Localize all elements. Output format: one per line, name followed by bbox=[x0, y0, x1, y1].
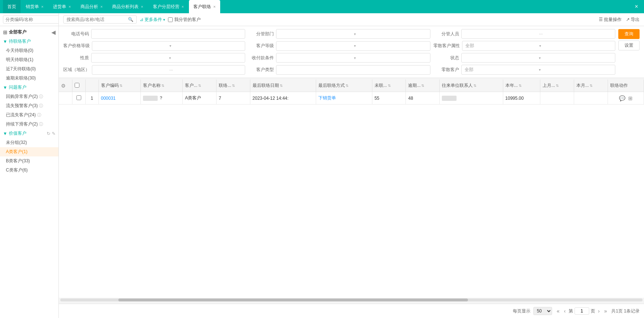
value-customers-label: 价值客户 bbox=[9, 130, 26, 137]
sidebar-item-churned[interactable]: 已流失客户(24) ⓘ bbox=[0, 110, 58, 120]
close-sales[interactable]: × bbox=[41, 4, 43, 9]
row-this-year: 10995.00 bbox=[503, 92, 540, 105]
status-input[interactable]: ▾ bbox=[461, 53, 615, 63]
my-customers-checkbox[interactable]: 我分管的客户 bbox=[168, 17, 201, 23]
customer-level-input[interactable]: ▾ bbox=[276, 41, 430, 51]
sidebar-item-today-contact[interactable]: 今天待联络(0) bbox=[0, 46, 58, 55]
col-settings[interactable]: ⚙ bbox=[59, 80, 72, 92]
row-select-checkbox[interactable] bbox=[76, 95, 81, 100]
row-action: 💬 ⊞ bbox=[608, 92, 644, 105]
close-window-btn[interactable]: × bbox=[632, 3, 641, 10]
sidebar-item-7days-contact[interactable]: 近7天待联络(0) bbox=[0, 64, 58, 74]
sidebar-item-declining[interactable]: 持续下滑客户(2) ⓘ bbox=[0, 120, 58, 129]
sidebar-item-class-b[interactable]: B类客户(33) bbox=[0, 156, 58, 166]
close-customer-contact[interactable]: × bbox=[213, 4, 215, 9]
nav-tab-purchase[interactable]: 进货单 × bbox=[49, 0, 75, 13]
sidebar-item-churn-warning[interactable]: 流失预警客户(3) ⓘ bbox=[0, 101, 58, 110]
search-icon[interactable]: 🔍 bbox=[128, 17, 133, 22]
col-unit-label: 往来单位联系人 bbox=[442, 82, 473, 89]
close-product-analysis-list[interactable]: × bbox=[141, 4, 143, 9]
sidebar-all-customers: ⊞ 全部客户 ◀ bbox=[0, 26, 58, 37]
field-dept: 分管部门 ▾ bbox=[248, 29, 430, 39]
section-value-customers[interactable]: ▼ 价值客户 ↻ ✎ bbox=[0, 129, 58, 138]
data-table: ⚙ 客户编码 ⇅ bbox=[59, 80, 644, 105]
refresh-icon[interactable]: ↻ bbox=[47, 131, 50, 136]
nav-tab-sales[interactable]: 销货单 × bbox=[21, 0, 48, 13]
qr-icon[interactable]: ⊞ bbox=[628, 95, 633, 101]
customer-code-link[interactable]: 000031 bbox=[101, 96, 116, 101]
nature-input[interactable]: ▾ bbox=[91, 53, 245, 63]
settings-button[interactable]: 设置 bbox=[618, 40, 640, 50]
retail-customer-input[interactable]: 全部 ▾ bbox=[461, 65, 615, 75]
my-customers-check[interactable] bbox=[168, 17, 173, 22]
col-customer-type[interactable]: 客户... ⇅ bbox=[183, 80, 217, 92]
scrollbar-thumb[interactable] bbox=[118, 298, 468, 301]
price-level-input[interactable]: ▾ bbox=[92, 41, 245, 51]
chat-icon[interactable]: 💬 bbox=[619, 95, 625, 101]
dept-input[interactable]: ▾ bbox=[276, 29, 430, 39]
manager-input[interactable]: ··· bbox=[461, 29, 615, 39]
col-this-year[interactable]: 本年... ⇅ bbox=[503, 80, 540, 92]
search-input[interactable] bbox=[67, 17, 126, 22]
filter-search-box[interactable]: 🔍 bbox=[63, 15, 137, 24]
export-icon: ↗ bbox=[626, 17, 630, 22]
page-size-select[interactable]: 50 100 200 bbox=[533, 307, 552, 315]
row-last-contact-method: 下销货单 bbox=[316, 92, 372, 105]
edit-icon[interactable]: ✎ bbox=[52, 131, 56, 136]
retail-attr-input[interactable]: 全部 ▾ bbox=[462, 41, 615, 51]
sidebar-item-abnormal-repurchase[interactable]: 回购异常客户(2) ⓘ bbox=[0, 92, 58, 101]
export-btn[interactable]: ↗ 导出 bbox=[626, 17, 640, 23]
batch-op-btn[interactable]: ☰ 批量操作 bbox=[599, 17, 622, 23]
arrow-value: ▼ bbox=[3, 131, 7, 136]
sidebar-item-tomorrow-contact[interactable]: 明天待联络(1) bbox=[0, 55, 58, 64]
col-contact-count[interactable]: 联络... ⇅ bbox=[216, 80, 250, 92]
customer-name-suffix: ？ bbox=[159, 95, 163, 100]
sidebar-item-class-c[interactable]: C类客户(6) bbox=[0, 166, 58, 175]
sidebar-item-class-a[interactable]: A类客户(1) bbox=[0, 147, 58, 156]
table-scroll[interactable]: ⚙ 客户编码 ⇅ bbox=[59, 80, 644, 298]
nav-tab-home[interactable]: 首页 bbox=[3, 0, 21, 13]
customer-type-input[interactable] bbox=[276, 65, 430, 75]
region-input[interactable]: ··· bbox=[92, 65, 245, 75]
col-this-month[interactable]: 本月... ⇅ bbox=[574, 80, 608, 92]
select-all-checkbox[interactable] bbox=[75, 83, 79, 88]
last-page-btn[interactable]: » bbox=[603, 307, 609, 315]
nav-tab-product-analysis-list[interactable]: 商品分析列表 × bbox=[108, 0, 147, 13]
payment-input[interactable]: ▾ bbox=[276, 53, 430, 63]
next-page-btn[interactable]: › bbox=[597, 307, 601, 315]
close-customer-layer[interactable]: × bbox=[182, 4, 184, 9]
col-no-contact[interactable]: 未联... ⇅ bbox=[372, 80, 406, 92]
sidebar-collapse-icon[interactable]: ◀ bbox=[51, 29, 56, 35]
page-number-input[interactable] bbox=[575, 307, 589, 315]
section-pending-contact[interactable]: ▼ 待联络客户 bbox=[0, 37, 58, 46]
query-button[interactable]: 查询 bbox=[618, 29, 640, 39]
col-last-contact-date[interactable]: 最后联络日期 ⇅ bbox=[250, 80, 316, 92]
more-filters-btn[interactable]: ⊿ 更多条件 ▾ bbox=[140, 17, 165, 23]
sidebar-search-input[interactable] bbox=[3, 15, 59, 24]
col-customer-code[interactable]: 客户编码 ⇅ bbox=[99, 80, 140, 92]
nav-tab-customer-layer[interactable]: 客户分层经营 × bbox=[149, 0, 188, 13]
sort-overdue-icon: ⇅ bbox=[421, 84, 424, 88]
close-purchase[interactable]: × bbox=[68, 4, 71, 9]
customer-level-label: 客户等级 bbox=[248, 43, 274, 49]
sidebar-item-overdue-contact[interactable]: 逾期未联络(30) bbox=[0, 74, 58, 83]
col-last-contact-method[interactable]: 最后联络方式 ⇅ bbox=[316, 80, 372, 92]
batch-op-label: 批量操作 bbox=[604, 17, 622, 23]
col-unit-contact[interactable]: 往来单位联系人 ⇅ bbox=[440, 80, 503, 92]
col-last-month[interactable]: 上月... ⇅ bbox=[540, 80, 574, 92]
phone-input[interactable] bbox=[91, 29, 245, 39]
prev-page-btn[interactable]: ‹ bbox=[562, 307, 567, 315]
retail-customer-label: 零散客户 bbox=[433, 67, 459, 73]
sort-unit-icon: ⇅ bbox=[473, 84, 476, 88]
nav-tab-product-analysis[interactable]: 商品分析 × bbox=[76, 0, 107, 13]
horizontal-scrollbar[interactable] bbox=[59, 298, 644, 302]
col-overdue[interactable]: 逾期... ⇅ bbox=[406, 80, 440, 92]
sidebar-item-ungrouped[interactable]: 未分组(32) bbox=[0, 138, 58, 147]
settings-gear-icon[interactable]: ⚙ bbox=[61, 83, 66, 89]
section-problem-customers[interactable]: ▼ 问题客户 bbox=[0, 83, 58, 92]
col-customer-name[interactable]: 客户名称 ⇅ bbox=[140, 80, 182, 92]
close-product-analysis[interactable]: × bbox=[100, 4, 103, 9]
first-page-btn[interactable]: « bbox=[555, 307, 561, 315]
contact-method-link[interactable]: 下销货单 bbox=[318, 95, 336, 100]
nav-tab-customer-contact[interactable]: 客户联络 × bbox=[189, 0, 220, 13]
